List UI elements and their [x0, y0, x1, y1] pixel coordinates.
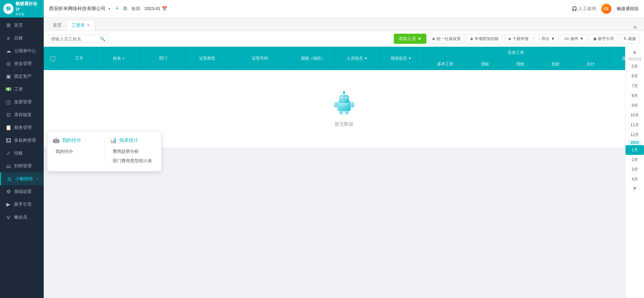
tabbar: 首页 工资表 ✕ ✕	[44, 18, 644, 31]
logo-icon: 畅	[3, 3, 13, 14]
topbar-add-icon[interactable]: +	[115, 5, 119, 12]
svg-point-4	[341, 98, 342, 99]
sidebar-nav: ⊞ 首页 ≡ 总账 ☁ 云报表中心 ◎ 资金管理 ▣ 固定资产 💵 工资 ◫ 发…	[0, 18, 44, 298]
todo-icon: 🤖	[53, 137, 60, 143]
sidebar-item-new-guide[interactable]: ▶ 新手引导	[0, 198, 44, 211]
th-dept: 部门	[141, 47, 185, 70]
month-12[interactable]: 12月	[626, 130, 644, 140]
sidebar-item-invoice[interactable]: ◫ 发票管理	[0, 96, 44, 108]
operation-dropdown-icon: ▼	[580, 36, 584, 41]
tab-close-icon[interactable]: ✕	[87, 23, 90, 28]
search-input[interactable]	[51, 36, 98, 41]
company-dropdown-icon: ▼	[108, 7, 111, 11]
tab-salary-table[interactable]: 工资表 ✕	[67, 20, 95, 31]
year-2023-header: 2023	[629, 140, 641, 145]
sidebar-item-xiao-expense[interactable]: G 小畅报销 ‹	[0, 172, 44, 185]
month-panel-up[interactable]: ▲	[631, 47, 639, 56]
th-idtype: 证型类型	[185, 47, 229, 70]
status-filter-icon[interactable]: ▼	[364, 56, 368, 60]
sidebar-item-tax[interactable]: 📋 税务管理	[0, 121, 44, 134]
xiao-expense-icon: G	[6, 176, 12, 182]
new-guide-toolbar-btn[interactable]: ◉ 新手引导	[590, 34, 618, 44]
sidebar-item-home[interactable]: ⊞ 首页	[0, 19, 44, 32]
month-2[interactable]: 2月	[626, 155, 644, 165]
operation-btn[interactable]: ≡≡ 操作 ▼	[561, 34, 588, 44]
month-10[interactable]: 10月	[626, 110, 644, 120]
table-area: 工号 姓名 ⇅ 部门 证型类型 证型号码 国籍（地区） 人员状态 ▼	[44, 47, 644, 298]
sidebar-item-fixed-asset[interactable]: ▣ 固定资产	[0, 70, 44, 83]
th-status[interactable]: 人员状态 ▼	[335, 47, 379, 70]
month-5[interactable]: 5月	[626, 62, 644, 71]
checkout-icon: ✓	[5, 150, 11, 156]
sidebar-item-checkout[interactable]: ✓ 结账	[0, 147, 44, 160]
add-person-button[interactable]: 添加人员 ▼	[394, 34, 426, 44]
svg-rect-14	[340, 105, 346, 106]
month-11[interactable]: 11月	[626, 120, 644, 130]
th-checkbox[interactable]	[44, 47, 62, 70]
toolbar: 🔍 添加人员 ▼ ◈ 统一社保设置 ◈ 专项附加扣除 ◈ 个税申报 ↑ 导出	[44, 31, 644, 47]
sidebar-item-archive[interactable]: 🗂 归档管理	[0, 160, 44, 172]
th-deduction: 扣款	[538, 59, 573, 70]
report-icon: 📊	[110, 137, 117, 143]
tab-home[interactable]: 首页	[48, 20, 67, 31]
popup-item-dept-expense[interactable]: 部门费用类型统计表	[110, 156, 156, 166]
month-4[interactable]: 4月	[626, 174, 644, 184]
topbar-settings-icon[interactable]: ⚙	[123, 5, 127, 12]
svg-rect-12	[345, 110, 348, 114]
export-dropdown-icon: ▼	[551, 36, 555, 41]
empty-text: 暂无数据	[335, 121, 353, 127]
sidebar-item-inventory[interactable]: ⊡ 库存核算	[0, 108, 44, 121]
add-person-dropdown-icon: ▼	[417, 36, 422, 41]
export-icon: ↑	[538, 36, 540, 41]
popup-item-expense-trend[interactable]: 费用趋势分析	[110, 147, 156, 156]
sidebar-item-cloud-report[interactable]: ☁ 云报表中心	[0, 44, 44, 57]
headset-icon: 🎧	[572, 6, 577, 11]
sidebar-item-basic-settings[interactable]: ⚙ 基础设置	[0, 185, 44, 198]
content-area: 工号 姓名 ⇅ 部门 证型类型 证型号码 国籍（地区） 人员状态 ▼	[44, 47, 644, 298]
month-1[interactable]: 1月	[626, 145, 644, 155]
sidebar-item-ledger[interactable]: ≡ 总账	[0, 32, 44, 44]
user-avatar: CE	[601, 4, 611, 14]
popup-divider	[104, 137, 105, 166]
refresh-icon: ↻	[623, 36, 627, 41]
sidebar-item-fund[interactable]: ◎ 资金管理	[0, 57, 44, 70]
month-7[interactable]: 7月	[626, 81, 644, 91]
tab-close-right[interactable]: ✕	[630, 24, 640, 31]
year-2023-label: 2023.01	[628, 56, 642, 62]
svg-rect-1	[339, 95, 349, 102]
popup-col-todo: 🤖 我的待办 我的待办	[53, 137, 99, 166]
xiao-expense-dropdown: 🤖 我的待办 我的待办 📊 报表统计 费用趋势分析 部门费用类型统计表	[47, 131, 161, 171]
month-6[interactable]: 6月	[626, 71, 644, 81]
period-value[interactable]: 2023-01 📅	[144, 6, 167, 11]
tax-filing-btn[interactable]: ◈ 个税申报	[504, 34, 532, 44]
new-guide-icon: ▶	[5, 201, 11, 207]
company-selector[interactable]: 西安虾米网络科技有限公司 ▼	[49, 6, 111, 12]
social-insurance-btn[interactable]: ◈ 统一社保设置	[428, 34, 464, 44]
svg-point-8	[343, 91, 345, 93]
special-deduction-btn[interactable]: ◈ 专项附加扣除	[466, 34, 502, 44]
customer-service-btn[interactable]: 🎧 人工咨询	[572, 6, 596, 12]
th-report[interactable]: 报送状态 ▼	[379, 47, 423, 70]
th-performance: 绩效	[503, 59, 538, 70]
svg-rect-10	[351, 102, 354, 107]
month-9[interactable]: 9月	[626, 101, 644, 110]
search-icon[interactable]: 🔍	[100, 36, 105, 41]
fixed-asset-icon: ▣	[5, 73, 11, 79]
report-filter-icon[interactable]: ▼	[408, 56, 412, 60]
user-name[interactable]: 畅捷通组组	[617, 6, 639, 12]
empty-icon	[331, 90, 357, 117]
svg-rect-6	[341, 100, 347, 101]
multi-org-icon: ⛾	[5, 138, 11, 143]
sidebar-item-membership[interactable]: V 畅会员	[0, 211, 44, 224]
refresh-btn[interactable]: ↻ 刷新	[620, 34, 640, 44]
th-allowance: 津贴	[467, 59, 503, 70]
app-logo: 畅 畅捷通好会计 财务版	[0, 0, 44, 18]
month-panel-down[interactable]: ▼	[631, 184, 639, 193]
th-name[interactable]: 姓名 ⇅	[97, 47, 141, 70]
popup-item-my-todo[interactable]: 我的待办	[53, 147, 99, 156]
month-8[interactable]: 8月	[626, 91, 644, 101]
month-3[interactable]: 3月	[626, 165, 644, 174]
sidebar-item-salary[interactable]: 💵 工资	[0, 83, 44, 96]
export-btn[interactable]: ↑ 导出 ▼	[534, 34, 559, 44]
sidebar-item-multi-org[interactable]: ⛾ 多机构管理	[0, 134, 44, 147]
